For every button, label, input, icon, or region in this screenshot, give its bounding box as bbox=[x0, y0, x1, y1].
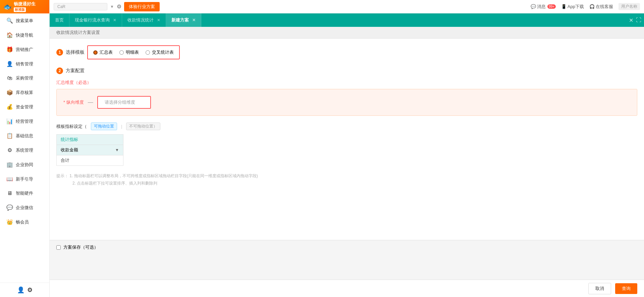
header-actions: 💬 消息 99+ 📱 App下载 🎧 在线客服 用户名称 bbox=[531, 3, 640, 10]
step1-number: 1 bbox=[56, 49, 63, 56]
tip-2: 2. 点击标题栏下拉可设置排序、插入列和删除列 bbox=[56, 180, 637, 187]
clipboard-icon: 📋 bbox=[6, 133, 13, 139]
tab-new-plan-close[interactable]: ✕ bbox=[192, 18, 196, 22]
radio-detail-label: 明细表 bbox=[126, 49, 139, 55]
sidebar-item-sales[interactable]: 👤 销售管理 bbox=[0, 57, 49, 71]
sidebar-item-inventory[interactable]: 📦 库存核算 bbox=[0, 85, 49, 100]
close-all-icon[interactable]: ✕ bbox=[629, 17, 633, 23]
crown-icon: 👑 bbox=[6, 219, 13, 225]
sidebar-item-hardware[interactable]: 🖥 智能硬件 bbox=[0, 186, 49, 200]
user-name[interactable]: 用户名称 bbox=[619, 3, 640, 10]
radio-cross[interactable]: 交叉统计表 bbox=[146, 49, 174, 55]
indicator-cell-amount[interactable]: 收款金额 ▼ bbox=[57, 145, 123, 155]
dimension-label: 汇总维度（必选） bbox=[56, 80, 637, 86]
tab-bank-flow[interactable]: 现金银行流水查询 ✕ bbox=[69, 13, 122, 27]
dimension-row: * 纵向维度 — 请选择分组维度 bbox=[63, 96, 630, 109]
logo-text: 畅捷通好生 bbox=[14, 1, 36, 7]
download-link[interactable]: 📱 App下载 bbox=[561, 4, 584, 10]
step2-title: 方案配置 bbox=[66, 68, 85, 74]
sidebar-item-purchase[interactable]: 🛍 采购管理 bbox=[0, 71, 49, 85]
box-icon: 📦 bbox=[6, 89, 13, 96]
tag-not-draggable: 不可拖动位置） bbox=[126, 122, 160, 130]
radio-detail-input[interactable] bbox=[119, 50, 124, 55]
sidebar-item-label: 销售管理 bbox=[16, 61, 33, 67]
bag-icon: 🛍 bbox=[6, 75, 13, 81]
save-option-label[interactable]: 方案保存（可选） bbox=[63, 244, 98, 250]
support-link[interactable]: 🎧 在线客服 bbox=[589, 4, 613, 10]
tip-1: 提示： 1. 拖动标题栏可以调整布局，不可跨维度或指标区域拖动栏目字段(只能在同… bbox=[56, 172, 637, 180]
dimension-arrow: — bbox=[88, 99, 93, 105]
sidebar-item-finance[interactable]: 💰 资金管理 bbox=[0, 100, 49, 114]
indicator-table-header: 统计指标 bbox=[57, 135, 123, 145]
chart-icon: 📊 bbox=[6, 118, 13, 125]
tab-new-plan-label: 新建方案 bbox=[171, 17, 189, 23]
indicator-section: 模板指标设定（ 可拖动位置 | 不可拖动位置） 统计指标 收款金额 ▼ 合计 bbox=[56, 122, 637, 166]
step2-section: 2 方案配置 汇总维度（必选） * 纵向维度 — 请选择分组维度 bbox=[56, 67, 637, 187]
tab-controls: ✕ ⛶ bbox=[626, 17, 644, 23]
sidebar-item-basic-info[interactable]: 📋 基础信息 bbox=[0, 129, 49, 143]
form-area: 1 选择模板 汇总表 明细表 交叉统计表 bbox=[50, 39, 644, 240]
sidebar-item-label: 营销推广 bbox=[16, 47, 33, 53]
tag-separator: | bbox=[121, 124, 122, 129]
indicator-table: 统计指标 收款金额 ▼ 合计 bbox=[56, 134, 123, 166]
sidebar: 🐟 畅捷通好生 标准版 🔍 搜索菜单 🏠 快捷导航 🎁 营销推广 👤 销售管理 … bbox=[0, 0, 50, 297]
person-icon: 👤 bbox=[6, 61, 13, 67]
search-menu-icon: 🔍 bbox=[6, 17, 13, 24]
tab-bank-flow-close[interactable]: ✕ bbox=[113, 18, 116, 22]
sidebar-footer: 👤 ⚙ bbox=[0, 283, 49, 297]
sidebar-item-enterprise[interactable]: 🏢 企业协同 bbox=[0, 157, 49, 172]
radio-cross-input[interactable] bbox=[146, 50, 150, 55]
chevron-down-icon: ▼ bbox=[115, 148, 119, 152]
indicator-cell-label: 收款金额 bbox=[61, 147, 78, 153]
sidebar-item-label: 系统管理 bbox=[16, 147, 33, 153]
message-badge: 99+ bbox=[547, 4, 556, 9]
search-input[interactable] bbox=[54, 3, 107, 10]
dimension-row-label: * 纵向维度 bbox=[63, 99, 84, 105]
sidebar-item-search-menu[interactable]: 🔍 搜索菜单 bbox=[0, 13, 49, 28]
bottom-bar: 取消 查询 bbox=[50, 280, 644, 297]
radio-detail[interactable]: 明细表 bbox=[119, 49, 139, 55]
sidebar-item-system[interactable]: ⚙ 系统管理 bbox=[0, 143, 49, 157]
settings-icon[interactable]: ⚙ bbox=[117, 3, 121, 10]
gear-icon: ⚙ bbox=[6, 147, 13, 153]
sidebar-item-guide[interactable]: 📖 新手引导 bbox=[0, 172, 49, 186]
step2-header: 2 方案配置 bbox=[56, 67, 637, 74]
sidebar-item-label: 企业微信 bbox=[16, 205, 33, 211]
tab-home-label: 首页 bbox=[55, 17, 64, 23]
radio-cross-label: 交叉统计表 bbox=[152, 49, 174, 55]
save-checkbox[interactable] bbox=[56, 245, 61, 250]
sidebar-item-management[interactable]: 📊 经营管理 bbox=[0, 114, 49, 129]
chevron-down-icon[interactable]: ▼ bbox=[110, 4, 114, 9]
sidebar-item-label: 资金管理 bbox=[16, 104, 33, 110]
sidebar-item-quick-nav[interactable]: 🏠 快捷导航 bbox=[0, 28, 49, 42]
sidebar-item-wechat[interactable]: 💬 企业微信 bbox=[0, 200, 49, 215]
tab-receipt-stats-close[interactable]: ✕ bbox=[157, 18, 160, 22]
trial-button[interactable]: 体验行业方案 bbox=[124, 2, 160, 11]
sidebar-item-label: 畅会员 bbox=[16, 219, 29, 225]
sidebar-item-label: 智能硬件 bbox=[16, 190, 33, 196]
sidebar-footer-icon1[interactable]: 👤 bbox=[17, 286, 24, 294]
indicator-settings-header: 模板指标设定（ 可拖动位置 | 不可拖动位置） bbox=[56, 122, 637, 130]
sidebar-item-marketing[interactable]: 🎁 营销推广 bbox=[0, 42, 49, 57]
expand-icon[interactable]: ⛶ bbox=[636, 17, 641, 23]
sidebar-footer-icon2[interactable]: ⚙ bbox=[27, 286, 33, 294]
message-link[interactable]: 💬 消息 99+ bbox=[531, 4, 556, 10]
radio-summary[interactable]: 汇总表 bbox=[93, 49, 113, 55]
download-icon: 📱 bbox=[561, 4, 567, 9]
main-area: ▼ ⚙ 体验行业方案 💬 消息 99+ 📱 App下载 🎧 在线客服 用户名称 … bbox=[50, 0, 644, 297]
cancel-button[interactable]: 取消 bbox=[588, 283, 611, 294]
dimension-selector[interactable]: 请选择分组维度 bbox=[97, 96, 151, 109]
monitor-icon: 🖥 bbox=[6, 190, 13, 196]
tab-new-plan[interactable]: 新建方案 ✕ bbox=[166, 13, 201, 27]
radio-summary-input[interactable] bbox=[93, 50, 98, 55]
tips-area: 提示： 1. 拖动标题栏可以调整布局，不可跨维度或指标区域拖动栏目字段(只能在同… bbox=[56, 172, 637, 187]
tab-receipt-stats[interactable]: 收款情况统计 ✕ bbox=[122, 13, 166, 27]
top-header: ▼ ⚙ 体验行业方案 💬 消息 99+ 📱 App下载 🎧 在线客服 用户名称 bbox=[50, 0, 644, 13]
query-button[interactable]: 查询 bbox=[615, 283, 637, 294]
logo-icon: 🐟 bbox=[3, 3, 12, 11]
gift-icon: 🎁 bbox=[6, 46, 13, 53]
tab-home[interactable]: 首页 bbox=[50, 13, 69, 27]
message-icon: 💬 bbox=[531, 4, 536, 9]
sidebar-item-member[interactable]: 👑 畅会员 bbox=[0, 215, 49, 229]
save-option-bar: 方案保存（可选） bbox=[50, 240, 644, 254]
